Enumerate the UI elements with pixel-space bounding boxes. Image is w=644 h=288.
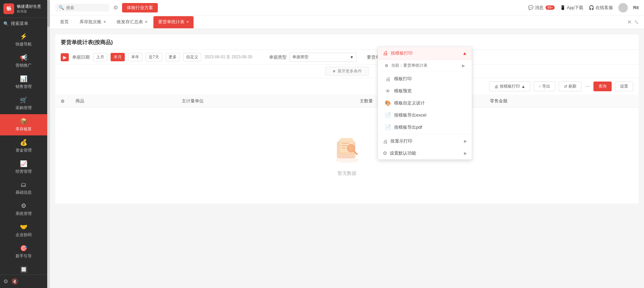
gear-icon: ⚙ [61, 99, 65, 104]
sidebar-item-inventory[interactable]: 📦库存核算 [0, 114, 47, 135]
divider-1 [378, 72, 472, 72]
topbar-gear-icon[interactable]: ⚙ [113, 4, 118, 11]
toolbar-more-icon[interactable]: ··· [585, 83, 590, 90]
col-settings[interactable]: ⚙ [55, 95, 70, 108]
tab-close-inventory-batch[interactable]: × [104, 20, 106, 24]
business-icon: 📈 [20, 160, 27, 167]
settings-button[interactable]: 设置 [615, 82, 633, 91]
sidebar-logo: 畅 畅捷通好生意 标准版 [0, 0, 47, 18]
user-avatar[interactable] [618, 3, 628, 12]
sidebar-item-guide[interactable]: 🎯新手引导 [0, 241, 47, 262]
purchase-label: 采购管理 [16, 105, 32, 111]
sidebar-item-apps[interactable]: 🔲应用中心 [0, 262, 47, 275]
logo-badge: 标准版 [17, 9, 41, 14]
print-template-button[interactable]: 🖨 按模板打印 ▲ [489, 82, 530, 91]
template-export-pdf-label: 按模板导出pdf [394, 124, 422, 130]
tab-home[interactable]: 首页 [55, 16, 74, 28]
template-print-label: 模板打印 [394, 76, 412, 82]
sidebar-item-finance[interactable]: 💰资金管理 [0, 135, 47, 157]
finance-label: 资金管理 [16, 148, 32, 153]
sidebar-search[interactable]: 🔍 搜索菜单 [0, 18, 47, 29]
tab-expand-icon[interactable]: ⤡ [634, 19, 639, 25]
current-icon: ⚙ [385, 63, 388, 68]
tab-close-all-icon[interactable]: ✕ [627, 19, 632, 25]
sidebar-item-business[interactable]: 📈经营管理 [0, 157, 47, 178]
basic-label: 基础信息 [16, 190, 32, 195]
template-design-icon: 🎨 [385, 100, 391, 106]
sidebar-item-basic[interactable]: 🗂基础信息 [0, 178, 47, 199]
custom-btn[interactable]: 自定义 [183, 53, 201, 61]
type-select-value: 单据类型 [292, 54, 309, 60]
sidebar-item-purchase[interactable]: 🛒采购管理 [0, 93, 47, 114]
app-download-button[interactable]: 📱 App下载 [560, 5, 583, 11]
tab-inventory-batch[interactable]: 库存批次账× [75, 16, 111, 28]
tab-close-order-summary[interactable]: × [186, 20, 189, 24]
topbar-search-icon: 🔍 [59, 5, 64, 10]
filter-toggle-button[interactable]: ▶ [61, 53, 69, 61]
template-print-item[interactable]: 🖨 模板打印 [378, 73, 472, 85]
dropdown-header-left: 🖨 按模板打印 [383, 50, 413, 56]
query-button[interactable]: 查询 [593, 82, 612, 91]
table-header-row: ⚙ 商品 主计量单位 主数量 零售金额 [55, 95, 639, 108]
tab-label-home: 首页 [60, 19, 69, 25]
display-print-icon: 🖨 [383, 138, 388, 144]
system-icon: ⚙ [21, 202, 26, 210]
sidebar-item-sales[interactable]: 📊销售管理 [0, 72, 47, 93]
expand-conditions-button[interactable]: ▼ 展开更多条件 [325, 67, 369, 76]
online-service-button[interactable]: 🎧 在线客服 [589, 5, 613, 11]
template-preview-item[interactable]: 👁 模板预览 [378, 85, 472, 97]
sidebar-item-system[interactable]: ⚙系统管理 [0, 199, 47, 220]
last-month-btn[interactable]: 上月 [93, 53, 107, 61]
topbar-search-box[interactable]: 🔍 [55, 4, 109, 11]
export-button[interactable]: ↑ 导出 [534, 82, 555, 91]
topbar-search-input[interactable] [66, 5, 106, 10]
filter-row: ▶ 单据日期 上月 本月 本年 近7天 更多 自定义 2023-06-01 至 … [55, 50, 639, 64]
message-button[interactable]: 💬 消息 99+ [528, 5, 555, 11]
topbar: 🔍 ⚙ 体验行业方案 💬 消息 99+ 📱 App下载 🎧 在线客服 Rit [50, 0, 644, 15]
sidebar-scrollbar-thumb[interactable] [47, 0, 50, 27]
template-design-label: 模板自定义设计 [394, 100, 425, 106]
template-design-item[interactable]: 🎨 模板自定义设计 [378, 97, 472, 109]
current-year-btn[interactable]: 本年 [128, 53, 142, 61]
last-7-btn[interactable]: 近7天 [146, 53, 162, 61]
business-label: 经营管理 [16, 169, 32, 174]
template-export-excel-item[interactable]: 📄 按模板导出excel [378, 109, 472, 121]
tab-collect-summary[interactable]: 收发存汇总表× [112, 16, 152, 28]
template-preview-icon: 👁 [385, 88, 391, 94]
tab-order-summary[interactable]: 要货单统计表× [153, 16, 194, 28]
current-template-item[interactable]: ⚙ 当前：要货单统计表 ▶ [378, 60, 472, 71]
tabs-bar: 首页库存批次账×收发存汇总表×要货单统计表×✕⤡ [50, 15, 644, 29]
logo-icon: 畅 [3, 3, 14, 14]
export-label: 导出 [542, 84, 550, 89]
refresh-button[interactable]: ↺ 刷新 [559, 82, 582, 91]
corp-icon: 🤝 [20, 223, 27, 231]
trial-button[interactable]: 体验行业方案 [122, 3, 158, 12]
type-filter-select[interactable]: 单据类型 ▼ [289, 53, 357, 62]
template-export-pdf-item[interactable]: 📄 按模板导出pdf [378, 121, 472, 133]
marketing-icon: 📢 [20, 54, 27, 61]
expand-label: 展开更多条件 [338, 68, 362, 74]
type-filter-label: 单据类型 [269, 54, 287, 60]
app-icon: 📱 [560, 5, 565, 10]
display-print-left: 🖨 按显示打印 [383, 138, 412, 144]
sound-icon[interactable]: 🔇 [11, 278, 18, 285]
finance-icon: 💰 [20, 139, 27, 146]
dropdown-header[interactable]: 🖨 按模板打印 ▲ [378, 47, 472, 60]
sidebar: 畅 畅捷通好生意 标准版 🔍 搜索菜单 ⚡快捷导航📢营销推广📊销售管理🛒采购管理… [0, 0, 47, 288]
quick-nav-icon: ⚡ [20, 33, 27, 40]
tab-close-collect-summary[interactable]: × [145, 20, 147, 24]
set-default-section[interactable]: ⚙ 设置默认功能 ▶ [378, 147, 472, 159]
current-month-btn[interactable]: 本月 [111, 53, 125, 61]
sidebar-item-quick-nav[interactable]: ⚡快捷导航 [0, 29, 47, 51]
content-area: 要货单统计表(按商品) ▶ 单据日期 上月 本月 本年 近7天 更多 自定义 2… [50, 29, 644, 288]
marketing-label: 营销推广 [16, 63, 32, 68]
more-btn[interactable]: 更多 [166, 53, 180, 61]
purchase-icon: 🛒 [20, 96, 27, 104]
settings-icon[interactable]: ⚙ [3, 278, 8, 285]
username-label: Rit [633, 5, 639, 10]
display-print-section[interactable]: 🖨 按显示打印 ▶ [378, 135, 472, 147]
sidebar-item-corp[interactable]: 🤝企业协同 [0, 220, 47, 241]
sidebar-item-marketing[interactable]: 📢营销推广 [0, 51, 47, 72]
print-dropdown: 🖨 按模板打印 ▲ ⚙ 当前：要货单统计表 ▶ 🖨 模板打印 👁 模板预览 🎨 [378, 46, 472, 160]
inventory-icon: 📦 [20, 118, 27, 125]
